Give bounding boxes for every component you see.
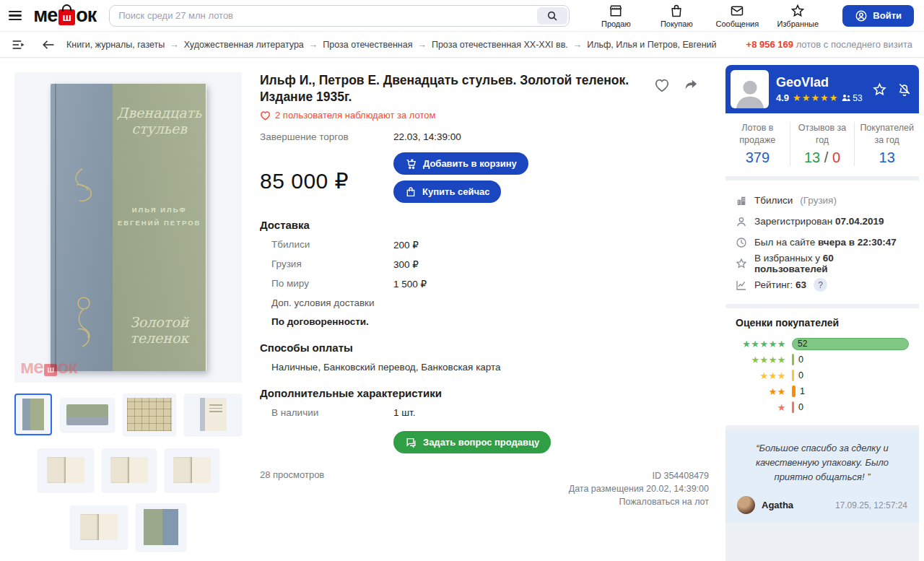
stat-reviews-per-year[interactable]: Отзывов за год 13 / 0: [790, 122, 855, 166]
site-watermark: ме ш ок: [20, 356, 77, 378]
star-outline-icon: [736, 258, 747, 269]
delivery-extra-value: По договоренности.: [260, 316, 709, 327]
notifications-muted-bell-icon[interactable]: [897, 82, 912, 97]
views-count: 28 просмотров: [260, 469, 324, 508]
nav-item-selling[interactable]: Продаю: [588, 4, 643, 28]
rating-help-icon[interactable]: ?: [814, 278, 827, 292]
seller-stats: Лотов в продаже 379 Отзывов за год 13 / …: [725, 113, 919, 176]
nav-item-buying[interactable]: Покупаю: [649, 4, 704, 28]
rating-row-3-stars: ★★★ 0: [736, 368, 909, 383]
stat-buyers-per-year[interactable]: Покупателей за год 13: [854, 122, 919, 166]
auction-end-row: Завершение торгов 22.03, 14:39:00: [260, 131, 709, 142]
person-icon: [736, 216, 747, 227]
stock-row: В наличии 1 шт.: [260, 407, 709, 418]
breadcrumb-item[interactable]: Проза отечественная: [323, 40, 412, 50]
seller-rating-row: 4.9 ★★★★★ 53: [776, 92, 865, 103]
stock-label: В наличии: [271, 407, 393, 418]
favorite-heart-icon[interactable]: [654, 78, 670, 92]
user-circle-icon: [855, 9, 868, 22]
reviewer-name[interactable]: Agatha: [762, 500, 793, 510]
negative-reviews: 0: [832, 149, 840, 165]
seller-name[interactable]: GeoVlad: [776, 75, 865, 90]
rating-row-4-stars: ★★★★ 0: [736, 352, 909, 368]
shopping-bag-icon: [669, 4, 684, 18]
meta-row: 28 просмотров ID 354408479 Дата размещен…: [260, 469, 709, 508]
nav-item-favorites[interactable]: Избранные: [770, 4, 825, 28]
chat-icon: [405, 437, 417, 448]
payment-section: Способы оплаты Наличные, Банковский пере…: [260, 342, 709, 373]
nav-label: Покупаю: [661, 19, 693, 28]
thumbnail-1-selected[interactable]: [14, 393, 52, 435]
lot-id: ID 354408479: [569, 469, 709, 482]
book-spine: [51, 84, 113, 371]
site-logo[interactable]: ме ш ок: [33, 4, 96, 27]
watchers-line[interactable]: 2 пользователя наблюдают за лотом: [260, 110, 709, 121]
thumb-open-book-image: [80, 514, 118, 540]
seller-avatar[interactable]: [731, 70, 769, 108]
login-button[interactable]: Войти: [842, 5, 914, 27]
seller-favorited-row: В избранных у 60 пользователей: [736, 253, 909, 274]
thumbnail-7[interactable]: [165, 448, 219, 492]
thumbnail-4[interactable]: [184, 393, 242, 435]
favorite-seller-star-icon[interactable]: [872, 82, 887, 97]
bag-icon: [405, 186, 417, 198]
delivery-row: По миру 1 500 ₽: [260, 278, 709, 290]
breadcrumb-item[interactable]: Проза отечественная XX-XXI вв.: [432, 40, 568, 50]
price: 85 000 ₽: [260, 152, 393, 203]
book-front-cover: Двенадцать стульев ИЛЬЯ ИЛЬФ ЕВГЕНИЙ ПЕТ…: [113, 84, 206, 371]
breadcrumb-bar: Книги, журналы, газеты → Художественная …: [0, 32, 924, 58]
new-lots-suffix: лотов с последнего визита: [796, 39, 912, 50]
breadcrumb-item[interactable]: Книги, журналы, газеты: [66, 40, 165, 50]
hamburger-menu-icon[interactable]: [9, 11, 22, 21]
back-arrow-icon[interactable]: [42, 39, 55, 51]
thumbnail-5[interactable]: [38, 448, 94, 492]
thumbnail-8[interactable]: [70, 505, 128, 549]
thumbnail-row-3: [14, 503, 242, 551]
buyer-ratings-heading: Оценки покупателей: [736, 317, 909, 329]
watchers-text: 2 пользователя наблюдают за лотом: [275, 110, 435, 121]
add-to-cart-button[interactable]: Добавить в корзину: [393, 152, 528, 175]
report-link[interactable]: Пожаловаться на лот: [569, 495, 709, 508]
cover-title-top: Двенадцать стульев: [117, 105, 201, 137]
nav-item-messages[interactable]: Сообщения: [710, 4, 764, 28]
categories-panel-icon[interactable]: [12, 39, 26, 51]
seller-last-seen-row: Был на сайте вчера в 22:30:47: [736, 232, 909, 253]
thumbnail-3[interactable]: [123, 393, 176, 435]
rating-row-5-stars: ★★★★★ 52: [736, 336, 909, 352]
auction-end-label: Завершение торгов: [260, 131, 393, 142]
thumb-open-book-image: [110, 457, 148, 483]
seller-sidebar: GeoVlad 4.9 ★★★★★ 53: [725, 65, 919, 561]
breadcrumb-item[interactable]: Художественная литература: [184, 40, 304, 50]
rating-bar-4: [792, 354, 794, 365]
auction-end-value: 22.03, 14:39:00: [393, 131, 461, 142]
search-button[interactable]: [537, 7, 567, 25]
search-input[interactable]: [109, 5, 570, 27]
envelope-icon: [730, 4, 744, 18]
review-date: 17.09.25, 12:57:24: [835, 500, 907, 510]
seller-reviews-total[interactable]: 53: [842, 93, 862, 103]
posted-date: Дата размещения 20.02, 14:39:00: [569, 482, 709, 495]
ask-seller-button[interactable]: Задать вопрос продавцу: [393, 431, 551, 453]
thumbnail-6[interactable]: [102, 448, 157, 492]
share-icon[interactable]: [683, 78, 699, 92]
seller-details: Тбилиси (Грузия) Зарегистрирован 07.04.2…: [725, 181, 919, 304]
buy-now-button[interactable]: Купить сейчас: [393, 181, 501, 203]
main-photo[interactable]: Двенадцать стульев ИЛЬЯ ИЛЬФ ЕВГЕНИЙ ПЕТ…: [14, 72, 242, 383]
thumbnail-2[interactable]: [60, 398, 115, 432]
cover-title-bottom: Золотой теленок: [130, 315, 188, 347]
thumb-open-book-image: [173, 457, 211, 483]
breadcrumb-item[interactable]: Ильф, Илья и Петров, Евгений: [587, 40, 716, 50]
rating-row-1-star: ★ 0: [736, 399, 909, 415]
thumb-title-page-image: [200, 398, 227, 431]
seller-registered-row: Зарегистрирован 07.04.2019: [736, 211, 909, 232]
breadcrumb-separator: →: [417, 40, 427, 50]
storefront-icon: [609, 4, 623, 18]
thumb-book-side-image: [66, 404, 108, 425]
avatar-placeholder-icon: [733, 77, 767, 108]
payment-methods: Наличные, Банковский перевод, Банковская…: [260, 362, 709, 373]
top-nav: Продаю Покупаю Сообщения Избранные: [588, 4, 825, 28]
thumb-open-book-image: [47, 457, 84, 483]
delivery-row: Тбилиси 200 ₽: [260, 239, 709, 251]
thumbnail-9[interactable]: [136, 503, 186, 551]
stat-lots-on-sale[interactable]: Лотов в продаже 379: [725, 122, 790, 166]
